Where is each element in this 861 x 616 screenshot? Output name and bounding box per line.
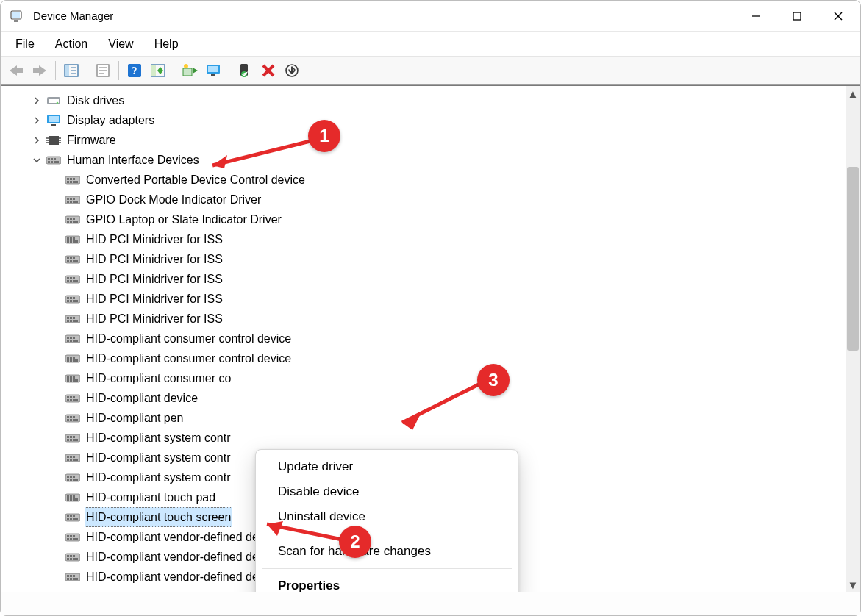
- device-label: HID PCI Minidriver for ISS: [85, 249, 224, 269]
- category-display[interactable]: Display adapters: [10, 110, 849, 130]
- device-label: HID-compliant touch screen: [85, 507, 232, 527]
- ctx-uninstall-device[interactable]: Uninstall device: [256, 504, 518, 529]
- category-label: Human Interface Devices: [65, 150, 201, 170]
- device-row[interactable]: GPIO Laptop or Slate Indicator Driver: [10, 209, 849, 229]
- expand-icon[interactable]: [30, 154, 43, 167]
- annotation-badge-3: 3: [477, 364, 510, 396]
- svg-marker-15: [10, 65, 23, 76]
- svg-marker-30: [157, 67, 163, 74]
- ctx-separator-2: [262, 568, 512, 569]
- window-controls: [735, 1, 859, 31]
- svg-point-47: [57, 101, 59, 104]
- device-label: HID-compliant system contr: [85, 468, 232, 487]
- content-area: Disk drivesDisplay adaptersFirmwareHuman…: [1, 85, 860, 592]
- status-bar: [1, 592, 860, 615]
- device-row[interactable]: HID PCI Minidriver for ISS: [10, 309, 849, 329]
- device-label: GPIO Dock Mode Indicator Driver: [85, 190, 262, 209]
- vertical-scrollbar[interactable]: ▲ ▼: [846, 86, 860, 592]
- hid-device-icon: [65, 451, 80, 465]
- hid-device-icon: [65, 332, 80, 346]
- hid-device-icon: [65, 371, 80, 386]
- device-label: HID-compliant vendor-defined device: [85, 567, 281, 587]
- ctx-disable-device[interactable]: Disable device: [256, 479, 518, 504]
- svg-rect-50: [51, 124, 56, 126]
- scroll-thumb[interactable]: [847, 167, 859, 351]
- device-row[interactable]: HID-compliant consumer co: [10, 368, 849, 388]
- device-label: HID-compliant vendor-defined device: [85, 547, 281, 567]
- toolbar-uninstall[interactable]: [257, 60, 279, 82]
- device-label: Converted Portable Device Control device: [85, 170, 307, 190]
- toolbar-forward[interactable]: [29, 60, 51, 82]
- close-button[interactable]: [818, 1, 859, 31]
- device-row[interactable]: HID-compliant consumer control device: [10, 329, 849, 348]
- hid-device-icon: [65, 490, 80, 505]
- minimize-button[interactable]: [735, 1, 776, 31]
- device-label: HID-compliant system contr: [85, 428, 232, 448]
- device-row[interactable]: HID PCI Minidriver for ISS: [10, 229, 849, 249]
- category-disk[interactable]: Disk drives: [10, 90, 849, 110]
- ctx-scan-hardware[interactable]: Scan for hardware changes: [256, 539, 518, 564]
- hid-device-icon: [65, 252, 80, 267]
- category-firmware[interactable]: Firmware: [10, 130, 849, 150]
- device-row[interactable]: HID-compliant consumer control device: [10, 348, 849, 368]
- hid-device-icon: [65, 351, 80, 366]
- expand-icon[interactable]: [30, 114, 43, 127]
- scroll-down-icon[interactable]: ▼: [846, 577, 860, 592]
- toolbar-show-hide-tree[interactable]: [60, 60, 82, 82]
- annotation-badge-2: 2: [339, 526, 371, 558]
- hid-device-icon: [65, 272, 80, 287]
- device-row[interactable]: HID-compliant system contr: [10, 428, 849, 448]
- toolbar-properties[interactable]: [92, 60, 114, 82]
- titlebar: Device Manager: [1, 1, 860, 32]
- device-label: HID-compliant touch pad: [85, 487, 217, 507]
- device-row[interactable]: Converted Portable Device Control device: [10, 170, 849, 190]
- toolbar-update-driver[interactable]: [179, 60, 201, 82]
- hid-device-icon: [65, 232, 80, 247]
- device-row[interactable]: HID PCI Minidriver for ISS: [10, 269, 849, 289]
- toolbar-show-hidden[interactable]: [147, 60, 169, 82]
- svg-rect-9: [12, 12, 20, 18]
- scroll-up-icon[interactable]: ▲: [846, 86, 860, 101]
- ctx-properties[interactable]: Properties: [256, 573, 518, 592]
- svg-rect-10: [14, 20, 18, 22]
- svg-text:?: ?: [132, 65, 137, 76]
- hid-device-icon: [65, 411, 80, 426]
- svg-rect-35: [208, 66, 218, 72]
- toolbar-monitor[interactable]: [202, 60, 224, 82]
- hid-device-icon: [65, 431, 80, 445]
- device-row[interactable]: GPIO Dock Mode Indicator Driver: [10, 190, 849, 209]
- device-row[interactable]: HID-compliant device: [10, 388, 849, 408]
- svg-rect-51: [49, 136, 59, 145]
- hid-device-icon: [65, 193, 80, 207]
- menu-view[interactable]: View: [98, 35, 143, 54]
- hid-device-icon: [65, 312, 80, 326]
- svg-point-33: [184, 64, 188, 68]
- menu-file[interactable]: File: [5, 35, 45, 54]
- device-label: GPIO Laptop or Slate Indicator Driver: [85, 209, 283, 229]
- device-row[interactable]: HID-compliant pen: [10, 408, 849, 428]
- ctx-separator-1: [262, 534, 512, 534]
- expand-icon[interactable]: [30, 134, 43, 147]
- hid-device-icon: [65, 530, 80, 545]
- svg-rect-31: [183, 68, 192, 76]
- hid-device-icon: [65, 212, 80, 227]
- toolbar-back[interactable]: [5, 60, 27, 82]
- device-row[interactable]: HID PCI Minidriver for ISS: [10, 249, 849, 269]
- category-hid[interactable]: Human Interface Devices: [10, 150, 849, 170]
- toolbar-scan[interactable]: [281, 60, 303, 82]
- menu-help[interactable]: Help: [144, 35, 189, 54]
- hid-icon: [46, 153, 61, 168]
- hid-device-icon: [65, 292, 80, 307]
- svg-rect-12: [793, 12, 801, 20]
- ctx-update-driver[interactable]: Update driver: [256, 454, 518, 479]
- toolbar-help[interactable]: ?: [124, 60, 146, 82]
- device-label: HID-compliant vendor-defined device: [85, 527, 281, 547]
- toolbar-enable[interactable]: [234, 60, 256, 82]
- menu-action[interactable]: Action: [45, 35, 98, 54]
- maximize-button[interactable]: [776, 1, 818, 31]
- device-row[interactable]: HID PCI Minidriver for ISS: [10, 289, 849, 309]
- expand-icon[interactable]: [30, 94, 43, 107]
- category-label: Disk drives: [65, 90, 126, 110]
- hid-device-icon: [65, 470, 80, 485]
- device-label: HID PCI Minidriver for ISS: [85, 269, 224, 289]
